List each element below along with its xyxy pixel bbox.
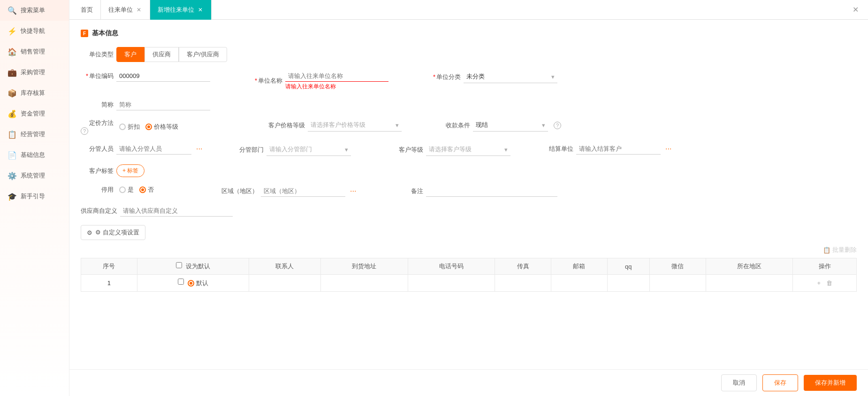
cell-address: [320, 275, 408, 292]
supervisor-row: 分管人员 ··· 分管部门 请输入分管部门 ▾ 客户等级 请选择客户等级 ▾ 结…: [81, 143, 857, 156]
tab-trade-unit[interactable]: 往来单位 ✕: [101, 0, 150, 20]
settlement-more-btn[interactable]: ···: [663, 145, 673, 153]
custom-settings-button[interactable]: ⚙ ⚙ 自定义项设置: [81, 225, 145, 240]
box-icon: 📦: [8, 88, 17, 98]
save-new-button[interactable]: 保存并新增: [804, 375, 857, 391]
sidebar-item-search[interactable]: 🔍 搜索菜单: [0, 0, 69, 21]
payment-help-icon[interactable]: ?: [554, 122, 561, 129]
col-contact: 联系人: [249, 258, 320, 275]
customer-level-chevron-icon: ▾: [504, 146, 508, 153]
supervisor-more-btn[interactable]: ···: [194, 145, 204, 153]
unit-category-label: *单位分类: [428, 73, 461, 81]
settings-icon: ⚙: [87, 229, 92, 236]
abbreviation-label: 简称: [81, 101, 114, 109]
pricing-method-field: 定价方法 ? 折扣 价格等级: [81, 119, 259, 135]
unit-type-customer-btn[interactable]: 客户: [116, 47, 145, 62]
sidebar-item-newbie[interactable]: 🎓 新手引导: [0, 186, 69, 207]
sidebar-item-inventory[interactable]: 📦 库存核算: [0, 83, 69, 103]
cell-email: [551, 275, 608, 292]
abbreviation-input[interactable]: [116, 99, 210, 110]
batch-delete-label[interactable]: 批量删除: [832, 246, 857, 254]
disabled-no-circle: [139, 186, 146, 193]
cell-qq: [607, 275, 649, 292]
col-qq: qq: [607, 258, 649, 275]
supervisor-input[interactable]: [116, 143, 191, 155]
sidebar-item-finance[interactable]: 💰 资金管理: [0, 103, 69, 124]
tab-home[interactable]: 首页: [73, 0, 101, 20]
sidebar-item-system[interactable]: ⚙️ 系统管理: [0, 165, 69, 186]
tab-trade-unit-close[interactable]: ✕: [136, 7, 142, 13]
region-input[interactable]: [261, 186, 345, 197]
tab-new-trade-unit[interactable]: 新增往来单位 ✕: [150, 0, 212, 20]
disabled-yes-radio[interactable]: 是: [119, 186, 134, 194]
disabled-region-row: 停用 是 否 区域（地区） ··· 备注: [81, 186, 857, 197]
col-phone: 电话号码: [408, 258, 495, 275]
payment-terms-field: 收款条件 现结 ▾ ?: [437, 119, 857, 132]
search-icon: 🔍: [8, 6, 17, 15]
disabled-no-radio[interactable]: 否: [139, 186, 154, 194]
customer-level-field: 客户等级 请选择客户等级 ▾: [390, 143, 531, 156]
cell-default: 默认: [137, 275, 249, 292]
unit-code-input[interactable]: [116, 70, 210, 82]
settlement-unit-label: 结算单位: [541, 145, 573, 153]
pricing-discount-radio[interactable]: 折扣: [119, 123, 140, 131]
discount-radio-circle: [119, 124, 126, 130]
unit-name-input[interactable]: [285, 70, 388, 82]
col-fax: 传真: [495, 258, 551, 275]
tab-new-trade-unit-close[interactable]: ✕: [197, 7, 204, 13]
batch-delete-area: 📋 批量删除: [81, 246, 857, 254]
home-icon: 🏠: [8, 47, 17, 56]
cancel-button[interactable]: 取消: [721, 374, 757, 391]
pricing-level-radio[interactable]: 价格等级: [145, 123, 178, 131]
col-index: 序号: [81, 258, 137, 275]
window-close-button[interactable]: ✕: [847, 5, 864, 14]
sidebar-item-basic-info[interactable]: 📄 基础信息: [0, 145, 69, 165]
sidebar-item-purchase[interactable]: 💼 采购管理: [0, 62, 69, 83]
select-all-checkbox[interactable]: [176, 262, 182, 268]
customer-level-label: 客户等级: [390, 146, 423, 154]
customer-level-select[interactable]: 请选择客户等级 ▾: [426, 143, 510, 156]
guide-icon: 🎓: [8, 192, 17, 201]
col-address: 到货地址: [320, 258, 408, 275]
price-level-chevron-icon: ▾: [396, 122, 399, 129]
unit-type-both-btn[interactable]: 客户/供应商: [179, 47, 227, 62]
customer-price-level-field: 客户价格等级 请选择客户价格等级 ▾: [268, 119, 428, 132]
unit-code-field: *单位编码: [81, 70, 240, 82]
remarks-input[interactable]: [426, 186, 557, 197]
pricing-help-icon[interactable]: ?: [81, 127, 88, 135]
row-checkbox[interactable]: [178, 279, 184, 285]
main-area: 首页 往来单位 ✕ 新增往来单位 ✕ ✕ F 基本信息 单位类型 客户 供应商 …: [69, 0, 868, 396]
pricing-row: 定价方法 ? 折扣 价格等级 客户价格等级 请选择客户价: [81, 119, 857, 135]
settlement-unit-input[interactable]: [576, 143, 661, 155]
supervisor-field: 分管人员 ···: [81, 143, 221, 155]
contacts-table: 序号 设为默认 联系人 到货地址 电话号码 传真 邮箱 qq 微信 所在地区 操…: [81, 258, 857, 292]
customer-tag-label: 客户标签: [81, 167, 114, 175]
department-chevron-icon: ▾: [345, 146, 348, 153]
cell-index: 1: [81, 275, 137, 292]
code-name-category-row: *单位编码 *单位名称 请输入往来单位名称 *单位分类 未分类 ▾: [81, 70, 857, 91]
sidebar-item-quick-nav[interactable]: ⚡ 快捷导航: [0, 21, 69, 41]
department-select[interactable]: 请输入分管部门 ▾: [266, 143, 351, 156]
supplier-custom-input[interactable]: [120, 205, 233, 217]
level-radio-circle: [145, 124, 152, 130]
unit-category-select[interactable]: 未分类 ▾: [464, 70, 557, 83]
add-row-btn[interactable]: +: [817, 280, 821, 287]
customer-price-level-select[interactable]: 请选择客户价格等级 ▾: [308, 119, 402, 132]
save-button[interactable]: 保存: [762, 374, 798, 391]
region-more-btn[interactable]: ···: [348, 187, 358, 195]
default-radio[interactable]: 默认: [188, 279, 208, 287]
sidebar-item-sales[interactable]: 🏠 销售管理: [0, 41, 69, 62]
unit-type-supplier-btn[interactable]: 供应商: [145, 47, 179, 62]
sidebar-item-operations[interactable]: 📋 经营管理: [0, 124, 69, 145]
doc-icon: 📄: [8, 150, 17, 160]
pricing-radio-group: 折扣 价格等级: [119, 123, 178, 131]
section-icon: F: [81, 30, 88, 37]
cell-contact: [249, 275, 320, 292]
payment-terms-select[interactable]: 现结 ▾: [473, 119, 548, 132]
unit-category-field: *单位分类 未分类 ▾: [428, 70, 857, 83]
delete-row-btn[interactable]: 🗑: [826, 280, 832, 287]
supervisor-label: 分管人员: [81, 145, 114, 153]
money-icon: 💰: [8, 109, 17, 118]
add-tag-button[interactable]: + 标签: [116, 164, 145, 177]
unit-name-container: 请输入往来单位名称: [285, 70, 388, 91]
